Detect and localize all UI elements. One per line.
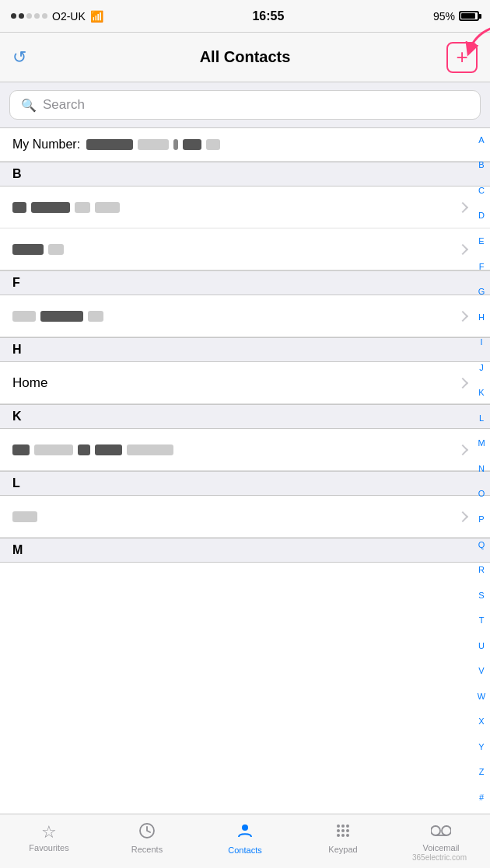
contact-name-home: Home bbox=[12, 375, 47, 391]
tab-label-favourites: Favourites bbox=[29, 843, 68, 852]
index-letter-N[interactable]: N bbox=[478, 465, 485, 473]
index-letter-F[interactable]: F bbox=[479, 263, 485, 271]
index-letter-G[interactable]: G bbox=[478, 288, 485, 296]
svg-point-2 bbox=[337, 824, 340, 828]
blur-block bbox=[95, 202, 120, 213]
refresh-button[interactable]: ↺ bbox=[12, 47, 26, 68]
blur-block bbox=[48, 244, 64, 255]
my-number-row: My Number: bbox=[0, 128, 490, 162]
index-letter-A[interactable]: A bbox=[478, 136, 484, 145]
section-header-m: M bbox=[0, 538, 490, 563]
contact-name-blurred bbox=[12, 311, 103, 322]
signal-dot-5 bbox=[42, 13, 47, 19]
keypad-icon bbox=[334, 822, 352, 842]
svg-point-1 bbox=[242, 824, 248, 831]
contact-row-home[interactable]: Home bbox=[0, 362, 490, 404]
index-letter-R[interactable]: R bbox=[478, 566, 485, 574]
index-letter-K[interactable]: K bbox=[478, 389, 484, 397]
blur-block bbox=[12, 244, 44, 255]
index-letter-L[interactable]: L bbox=[479, 414, 484, 423]
my-number-value bbox=[86, 139, 220, 150]
index-letter-S[interactable]: S bbox=[478, 591, 484, 600]
index-letter-P[interactable]: P bbox=[478, 515, 484, 524]
svg-point-6 bbox=[341, 829, 345, 832]
status-time: 16:55 bbox=[252, 9, 284, 23]
index-letter-E[interactable]: E bbox=[478, 237, 484, 246]
tab-favourites[interactable]: ☆ Favourites bbox=[0, 824, 98, 852]
tab-contacts[interactable]: Contacts bbox=[196, 821, 294, 855]
signal-dot-2 bbox=[19, 13, 24, 19]
signal-dot-3 bbox=[26, 13, 32, 19]
contact-row[interactable] bbox=[0, 186, 490, 228]
blur-block bbox=[95, 444, 122, 455]
index-bar[interactable]: ABCDEFGHIJKLMNOPQRSTUVWXYZ# bbox=[473, 124, 490, 814]
index-letter-W[interactable]: W bbox=[478, 692, 485, 701]
blur-block bbox=[127, 444, 173, 455]
svg-point-7 bbox=[346, 829, 349, 832]
svg-point-8 bbox=[337, 834, 340, 837]
my-number-label: My Number: bbox=[12, 138, 80, 152]
contact-name-blurred bbox=[12, 444, 173, 455]
nav-bar: ↺ All Contacts + bbox=[0, 33, 490, 82]
blur-block bbox=[31, 202, 70, 213]
blur-block bbox=[12, 311, 36, 322]
tab-keypad[interactable]: Keypad bbox=[294, 822, 392, 854]
section-header-l: L bbox=[0, 471, 490, 496]
index-letter-X[interactable]: X bbox=[478, 717, 484, 726]
svg-point-5 bbox=[337, 829, 340, 832]
contact-row[interactable] bbox=[0, 228, 490, 270]
watermark: 365electric.com bbox=[412, 853, 467, 862]
contact-name-blurred bbox=[12, 202, 120, 213]
index-letter-Y[interactable]: Y bbox=[478, 743, 484, 751]
index-letter-I[interactable]: I bbox=[480, 338, 482, 347]
signal-dot-4 bbox=[34, 13, 40, 19]
blur-block bbox=[138, 139, 169, 150]
add-icon: + bbox=[456, 45, 467, 69]
blur-block bbox=[78, 444, 90, 455]
index-letter-H[interactable]: H bbox=[478, 313, 485, 322]
blur-block bbox=[34, 444, 73, 455]
blur-block bbox=[12, 202, 26, 213]
contact-name-blurred bbox=[12, 244, 64, 255]
section-header-h: H bbox=[0, 337, 490, 362]
search-bar[interactable]: 🔍 Search bbox=[0, 82, 490, 128]
index-letter-B[interactable]: B bbox=[478, 161, 484, 169]
tab-voicemail[interactable]: Voicemail bbox=[392, 824, 490, 852]
section-header-f: F bbox=[0, 270, 490, 295]
wifi-icon: 📶 bbox=[90, 10, 103, 23]
blur-block bbox=[75, 202, 90, 213]
blur-block bbox=[183, 139, 201, 150]
tab-label-voicemail: Voicemail bbox=[422, 843, 459, 852]
contact-row[interactable] bbox=[0, 429, 490, 471]
blur-block bbox=[86, 139, 133, 150]
index-letter-#[interactable]: # bbox=[479, 793, 484, 802]
contact-row[interactable] bbox=[0, 295, 490, 337]
svg-point-11 bbox=[431, 826, 440, 835]
index-letter-T[interactable]: T bbox=[479, 616, 485, 625]
index-letter-D[interactable]: D bbox=[478, 211, 485, 220]
add-contact-button[interactable]: + bbox=[446, 42, 478, 73]
page-title: All Contacts bbox=[200, 48, 291, 66]
tab-label-keypad: Keypad bbox=[328, 845, 357, 854]
index-letter-O[interactable]: O bbox=[478, 490, 485, 498]
status-bar: O2-UK 📶 16:55 95% bbox=[0, 0, 490, 33]
battery-percentage: 95% bbox=[433, 10, 455, 23]
search-icon: 🔍 bbox=[21, 98, 37, 113]
status-right: 95% bbox=[433, 10, 479, 23]
blur-block bbox=[40, 311, 83, 322]
index-letter-V[interactable]: V bbox=[478, 667, 484, 675]
contact-row[interactable] bbox=[0, 496, 490, 538]
index-letter-U[interactable]: U bbox=[478, 642, 485, 650]
index-letter-Z[interactable]: Z bbox=[479, 768, 485, 776]
section-header-k: K bbox=[0, 404, 490, 429]
index-letter-C[interactable]: C bbox=[478, 186, 485, 195]
tab-recents[interactable]: Recents bbox=[98, 822, 196, 854]
index-letter-M[interactable]: M bbox=[478, 439, 485, 448]
voicemail-icon bbox=[431, 824, 451, 841]
blur-block bbox=[173, 139, 178, 150]
index-letter-Q[interactable]: Q bbox=[478, 541, 485, 549]
svg-point-9 bbox=[341, 834, 345, 837]
search-input-wrap[interactable]: 🔍 Search bbox=[9, 90, 481, 120]
svg-point-3 bbox=[341, 824, 345, 828]
index-letter-J[interactable]: J bbox=[479, 364, 484, 372]
